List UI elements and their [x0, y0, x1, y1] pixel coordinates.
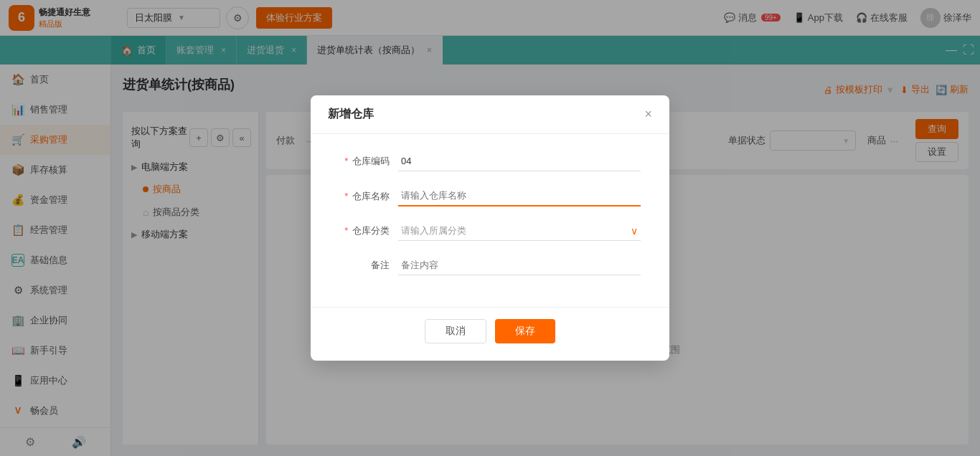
- warehouse-name-input[interactable]: [398, 186, 641, 206]
- warehouse-category-row: * 仓库分类 请输入所属分类 ∨: [339, 221, 641, 241]
- required-star: *: [344, 156, 348, 166]
- modal-header: 新增仓库 ×: [311, 95, 669, 134]
- warehouse-name-label: * 仓库名称: [339, 190, 390, 203]
- warehouse-category-select[interactable]: 请输入所属分类: [398, 221, 641, 241]
- warehouse-code-row: * 仓库编码: [339, 151, 641, 171]
- remark-label: 备注: [339, 259, 390, 272]
- required-star-name: *: [344, 191, 348, 201]
- warehouse-category-select-wrapper: 请输入所属分类 ∨: [398, 221, 641, 241]
- remark-input[interactable]: [398, 255, 641, 275]
- new-warehouse-modal: 新增仓库 × * 仓库编码 * 仓库名称: [311, 95, 669, 361]
- warehouse-category-label: * 仓库分类: [339, 224, 390, 237]
- required-star-cat: *: [344, 225, 348, 236]
- save-button[interactable]: 保存: [495, 319, 555, 343]
- modal-body: * 仓库编码 * 仓库名称 * 仓库分类: [311, 134, 669, 307]
- modal-close-button[interactable]: ×: [644, 107, 652, 122]
- warehouse-name-row: * 仓库名称: [339, 186, 641, 206]
- modal-footer: 取消 保存: [311, 307, 669, 361]
- modal-title: 新增仓库: [328, 107, 374, 122]
- remark-row: 备注: [339, 255, 641, 275]
- cancel-button[interactable]: 取消: [425, 319, 486, 343]
- modal-overlay: 新增仓库 × * 仓库编码 * 仓库名称: [0, 0, 980, 456]
- warehouse-code-input[interactable]: [398, 151, 641, 171]
- warehouse-code-label: * 仓库编码: [339, 155, 390, 168]
